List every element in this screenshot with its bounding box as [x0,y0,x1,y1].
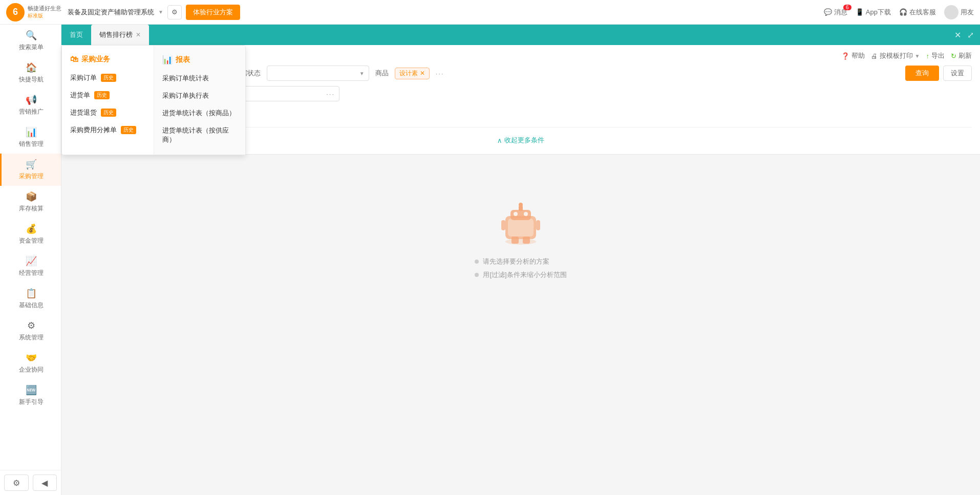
sidebar-item-label: 新手引导 [19,398,44,406]
help-icon: ❓ [841,52,849,60]
app-download-button[interactable]: 📱 App下载 [856,8,891,17]
empty-state: 请先选择要分析的方案 用[过滤]条件来缩小分析范围 [61,155,980,322]
dropdown-item-return[interactable]: 进货退货 历史 [62,104,154,121]
marketing-icon: 📢 [26,94,37,105]
dropdown-item-receipt-stats-supplier[interactable]: 进货单统计表（按供应商） [154,122,246,148]
tabbar-close-button[interactable]: ✕ [952,28,963,42]
history-badge-0: 历史 [101,74,116,82]
search-button[interactable]: 查询 [905,66,939,81]
help-button[interactable]: ❓ 帮助 [841,51,865,60]
order-stats-label: 采购订单统计表 [162,74,209,83]
dropdown-item-expense[interactable]: 采购费用分摊单 历史 [62,121,154,139]
message-badge: 6 [843,5,851,10]
sidebar-item-sales[interactable]: 📊 销售管理 [0,121,61,154]
purchase-order-label: 采购订单 [70,73,97,82]
sidebar-bottom: ⚙ ◀ [0,470,61,495]
sidebar-item-label: 资金管理 [19,236,44,245]
sidebar-item-label: 经营管理 [19,269,44,277]
dropdown-item-receipt[interactable]: 进货单 历史 [62,87,154,104]
tab-sales-rank-label: 销售排行榜 [99,30,133,39]
expense-label: 采购费用分摊单 [70,125,117,135]
system-dropdown-arrow[interactable]: ▼ [158,9,163,15]
cooperation-icon: 🤝 [26,352,37,363]
svg-point-4 [514,212,518,216]
sidebar-item-cooperation[interactable]: 🤝 企业协同 [0,347,61,379]
collapse-icon: ∧ [497,137,502,144]
user-avatar-area[interactable]: 用友 [944,5,974,19]
toolbar-right: ❓ 帮助 🖨 按模板打印 ▼ ↑ 导出 ↻ [841,51,972,60]
avatar [944,5,958,19]
topbar: 6 畅捷通好生意 标准版 装备及固定资产辅助管理系统 ▼ ⚙ 体验行业方案 💬 … [0,0,980,25]
history-badge-1: 历史 [94,91,110,99]
business-col-icon: 🛍 [70,55,78,64]
tab-close-icon[interactable]: ✕ [136,31,141,38]
sidebar-item-operation[interactable]: 📈 经营管理 [0,250,61,283]
online-service-button[interactable]: 🎧 在线客服 [899,8,936,17]
tabbar-expand-button[interactable]: ⤢ [965,28,976,42]
empty-tip-2: 用[过滤]条件来缩小分析范围 [475,268,566,282]
svg-rect-8 [501,220,505,230]
print-dropdown-arrow[interactable]: ▼ [915,53,920,59]
export-button[interactable]: ↑ 导出 [926,51,945,60]
system-settings-button[interactable]: ⚙ [167,5,182,19]
empty-tips-list: 请先选择要分析的方案 用[过滤]条件来缩小分析范围 [475,255,566,282]
sidebar-item-search[interactable]: 🔍 搜索菜单 [0,25,61,57]
sidebar-item-label: 搜索菜单 [19,43,44,52]
system-area: 装备及固定资产辅助管理系统 ▼ ⚙ 体验行业方案 [68,5,824,20]
goods-tag-close[interactable]: ✕ [420,70,425,77]
salesperson-dots[interactable]: ··· [326,90,335,98]
dropdown-col-report-title: 📊 报表 [154,52,246,70]
dropdown-item-order-stats[interactable]: 采购订单统计表 [154,70,246,87]
logo-text: 畅捷通好生意 标准版 [28,5,61,19]
industry-solution-button[interactable]: 体验行业方案 [186,5,240,20]
sidebar-collapse-button[interactable]: ◀ [33,475,57,491]
sidebar-item-guide[interactable]: 🆕 新手引导 [0,379,61,412]
dropdown-col-business-title: 🛍 采购业务 [62,52,154,69]
mobile-icon: 📱 [856,8,864,16]
sidebar-item-quick-nav[interactable]: 🏠 快捷导航 [0,57,61,89]
message-button[interactable]: 💬 消息 6 [824,8,847,17]
dropdown-item-purchase-order[interactable]: 采购订单 历史 [62,69,154,87]
sidebar-item-inventory[interactable]: 📦 库存核算 [0,186,61,218]
history-badge-3: 历史 [121,126,136,134]
svg-rect-3 [510,210,531,220]
set-button[interactable]: 设置 [943,66,972,81]
sidebar-item-label: 快捷导航 [19,75,44,84]
tabbar: 首页 销售排行榜 ✕ ✕ ⤢ [61,25,980,45]
empty-tip-1: 请先选择要分析的方案 [475,255,566,268]
refresh-icon: ↻ [951,52,956,60]
dropdown-overlay: 🛍 采购业务 采购订单 历史 进货单 历史 进货退货 历史 采购费用分摊单 历史 [61,45,246,155]
goods-tag: 设计素 ✕ [395,68,430,79]
report-col-icon: 📊 [162,55,173,64]
doc-status-select[interactable]: ▼ [267,66,369,81]
collapse-button[interactable]: ∧ 收起更多条件 [489,133,552,148]
svg-rect-2 [508,219,534,236]
basic-info-icon: 📋 [26,288,37,299]
sidebar-item-purchase[interactable]: 🛒 采购管理 [0,154,61,186]
receipt-stats-goods-label: 进货单统计表（按商品） [162,109,236,118]
dropdown-item-order-exec[interactable]: 采购订单执行表 [154,87,246,104]
sidebar-item-marketing[interactable]: 📢 营销推广 [0,89,61,121]
salesperson-select[interactable]: ··· [237,86,339,101]
purchase-icon: 🛒 [26,159,37,170]
sidebar-item-basic-info[interactable]: 📋 基础信息 [0,283,61,315]
sidebar-item-finance[interactable]: 💰 资金管理 [0,218,61,250]
refresh-button[interactable]: ↻ 刷新 [951,51,972,60]
dropdown-item-receipt-stats-goods[interactable]: 进货单统计表（按商品） [154,104,246,122]
home-icon: 🏠 [26,62,37,73]
goods-more-dots[interactable]: ··· [436,70,444,77]
history-badge-2: 历史 [101,109,116,117]
print-button[interactable]: 🖨 按模板打印 ▼ [871,51,920,60]
sidebar-item-system[interactable]: ⚙ 系统管理 [0,315,61,347]
inventory-icon: 📦 [26,191,37,202]
logo-icon: 6 [6,3,25,21]
search-icon: 🔍 [26,30,37,41]
sidebar-item-label: 采购管理 [19,172,44,181]
headset-icon: 🎧 [899,8,907,16]
tab-sales-rank[interactable]: 销售排行榜 ✕ [91,25,149,45]
finance-icon: 💰 [26,223,37,234]
tab-home[interactable]: 首页 [61,25,91,45]
svg-rect-10 [512,236,519,244]
system-icon: ⚙ [27,320,35,331]
sidebar-settings-button[interactable]: ⚙ [4,475,29,491]
